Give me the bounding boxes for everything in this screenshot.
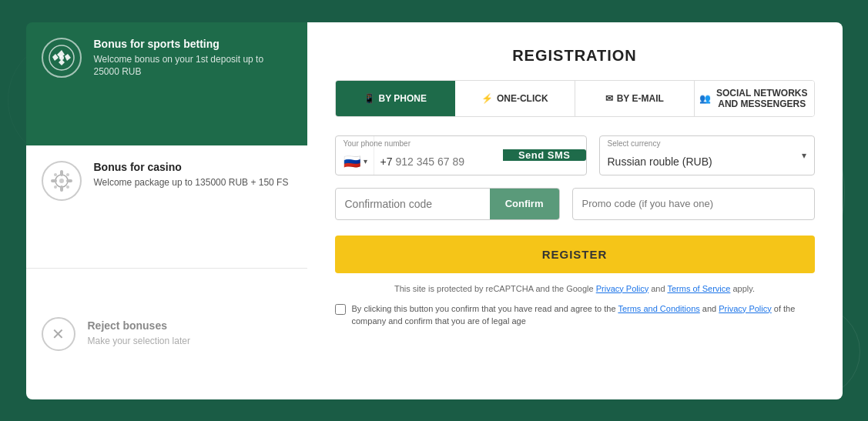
phone-currency-row: Your phone number 🇷🇺 ▾ +7 Send SMS Selec… — [335, 135, 815, 175]
confirmation-code-input[interactable] — [336, 189, 490, 219]
right-panel: REGISTRATION 📱 BY PHONE ⚡ ONE-CLICK ✉ BY… — [307, 22, 843, 399]
x-close-icon: ✕ — [52, 325, 65, 343]
svg-point-5 — [59, 55, 64, 60]
recaptcha-text: This site is protected by reCAPTCHA and … — [394, 284, 594, 293]
left-panel: Bonus for sports betting Welcome bonus o… — [26, 22, 307, 399]
oneclick-tab-label: ONE-CLICK — [497, 93, 548, 104]
flag-icon: 🇷🇺 — [344, 153, 360, 170]
svg-rect-10 — [51, 179, 57, 182]
reject-bonus-desc: Make your selection later — [88, 335, 190, 348]
oneclick-tab-icon: ⚡ — [481, 93, 493, 104]
svg-point-7 — [59, 179, 64, 183]
social-tab-label: SOCIAL NETWORKS AND MESSENGERS — [715, 88, 809, 109]
confirmation-promo-row: Confirm — [335, 188, 815, 220]
svg-rect-11 — [66, 179, 72, 182]
phone-input[interactable] — [395, 139, 502, 172]
tab-by-email[interactable]: ✉ BY E-MAIL — [575, 81, 695, 116]
confirm-button[interactable]: Confirm — [490, 189, 559, 219]
terms-prefix: By clicking this button you confirm that… — [352, 304, 616, 313]
promo-group — [572, 188, 815, 220]
registration-tabs: 📱 BY PHONE ⚡ ONE-CLICK ✉ BY E-MAIL 👥 SOC… — [335, 80, 815, 117]
terms-of-service-link[interactable]: Terms of Service — [667, 284, 730, 293]
send-sms-button[interactable]: Send SMS — [503, 149, 586, 161]
phone-group: Your phone number 🇷🇺 ▾ +7 Send SMS — [335, 135, 587, 175]
sports-bonus-card[interactable]: Bonus for sports betting Welcome bonus o… — [26, 22, 307, 145]
social-tab-icon: 👥 — [699, 93, 711, 104]
terms-checkbox[interactable] — [335, 304, 346, 315]
terms-text: By clicking this button you confirm that… — [352, 302, 815, 328]
email-tab-icon: ✉ — [605, 93, 613, 104]
tab-by-phone[interactable]: 📱 BY PHONE — [336, 81, 456, 116]
sports-bonus-title: Bonus for sports betting — [94, 38, 292, 50]
privacy-policy-2-link[interactable]: Privacy Policy — [719, 304, 771, 313]
svg-marker-2 — [65, 54, 71, 61]
phone-tab-label: BY PHONE — [379, 93, 427, 104]
svg-point-14 — [54, 185, 57, 189]
casino-bonus-icon — [42, 161, 82, 201]
casino-bonus-text: Bonus for casino Welcome package up to 1… — [94, 161, 289, 189]
sports-bonus-text: Bonus for sports betting Welcome bonus o… — [94, 38, 292, 79]
reject-bonus-card[interactable]: ✕ Reject bonuses Make your selection lat… — [26, 269, 307, 399]
currency-group: Select currency Russian rouble (RUB) USD… — [599, 135, 815, 175]
recaptcha-notice: This site is protected by reCAPTCHA and … — [335, 284, 815, 293]
terms-row: By clicking this button you confirm that… — [335, 302, 815, 328]
phone-label: Your phone number — [344, 139, 411, 148]
privacy-policy-link[interactable]: Privacy Policy — [596, 284, 648, 293]
email-tab-label: BY E-MAIL — [617, 93, 664, 104]
svg-point-13 — [66, 173, 69, 176]
casino-bonus-title: Bonus for casino — [94, 161, 289, 173]
casino-bonus-card[interactable]: Bonus for casino Welcome package up to 1… — [26, 145, 307, 269]
svg-rect-8 — [60, 170, 63, 176]
sports-bonus-icon — [42, 38, 82, 78]
svg-point-12 — [54, 173, 57, 176]
reject-bonus-text: Reject bonuses Make your selection later — [88, 319, 190, 348]
terms-conditions-link[interactable]: Terms and Conditions — [618, 304, 699, 313]
tab-social[interactable]: 👥 SOCIAL NETWORKS AND MESSENGERS — [695, 81, 814, 116]
legal-apply: apply. — [732, 284, 755, 293]
flag-chevron-icon: ▾ — [364, 157, 367, 165]
registration-title: REGISTRATION — [335, 47, 815, 65]
phone-tab-icon: 📱 — [364, 93, 375, 104]
svg-point-15 — [66, 185, 69, 189]
register-button[interactable]: REGISTER — [335, 236, 815, 273]
terms-and-2: and — [702, 304, 716, 313]
legal-and-1: and — [651, 284, 665, 293]
svg-marker-4 — [59, 59, 65, 65]
reject-bonus-icon: ✕ — [42, 317, 75, 351]
currency-label: Select currency — [608, 139, 661, 148]
promo-code-input[interactable] — [573, 189, 814, 219]
confirmation-group: Confirm — [335, 188, 560, 220]
sports-bonus-desc: Welcome bonus on your 1st deposit up to … — [94, 53, 292, 79]
svg-rect-9 — [60, 185, 63, 192]
tab-one-click[interactable]: ⚡ ONE-CLICK — [455, 81, 575, 116]
casino-bonus-desc: Welcome package up to 135000 RUB + 150 F… — [94, 176, 289, 189]
reject-bonus-title: Reject bonuses — [88, 319, 190, 332]
